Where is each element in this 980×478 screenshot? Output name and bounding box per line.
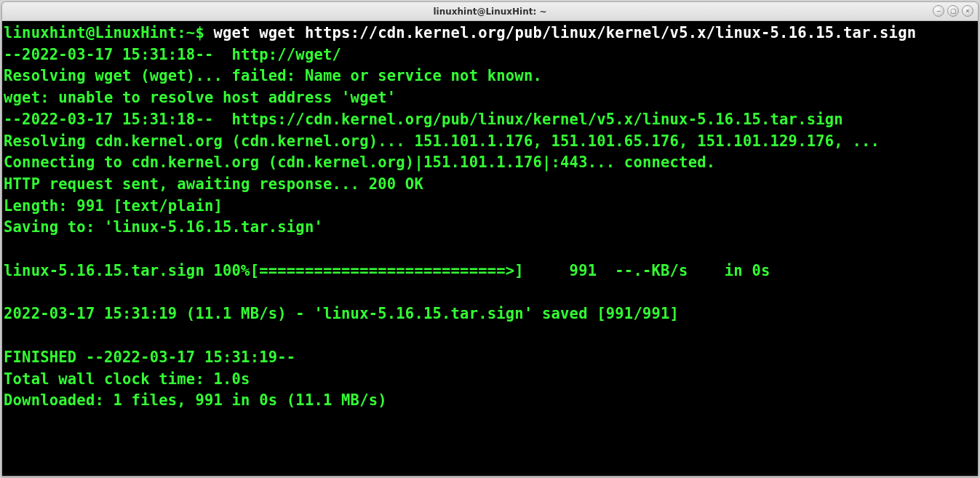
close-icon: × — [965, 8, 969, 15]
minimize-icon: – — [936, 8, 940, 15]
output-line: FINISHED --2022-03-17 15:31:19-- — [4, 348, 295, 366]
command-text: wget wget https://cdn.kernel.org/pub/lin… — [214, 24, 917, 41]
output-line: Saving to: 'linux-5.16.15.tar.sign' — [4, 218, 323, 236]
prompt-sep: : — [177, 24, 186, 41]
titlebar[interactable]: linuxhint@LinuxHint: ~ – ▢ × — [2, 2, 978, 21]
output-line: 2022-03-17 15:31:19 (11.1 MB/s) - 'linux… — [4, 305, 679, 322]
maximize-icon: ▢ — [950, 8, 957, 15]
output-line: linux-5.16.15.tar.sign 100%[============… — [4, 262, 770, 279]
window-title: linuxhint@LinuxHint: ~ — [2, 7, 978, 17]
prompt-symbol: $ — [195, 24, 204, 41]
output-line: Resolving wget (wget)... failed: Name or… — [4, 67, 542, 84]
terminal-window: linuxhint@LinuxHint: ~ – ▢ × linuxhint@L… — [1, 1, 979, 477]
prompt-user-host: linuxhint@LinuxHint — [4, 24, 177, 41]
output-line: Connecting to cdn.kernel.org (cdn.kernel… — [4, 154, 715, 171]
terminal-body[interactable]: linuxhint@LinuxHint:~$ wget wget https:/… — [2, 21, 978, 476]
close-button[interactable]: × — [962, 5, 973, 17]
window-controls: – ▢ × — [933, 5, 973, 17]
output-line: HTTP request sent, awaiting response... … — [4, 175, 423, 193]
maximize-button[interactable]: ▢ — [947, 5, 959, 17]
output-line: --2022-03-17 15:31:18-- http://wget/ — [4, 46, 341, 63]
prompt-path: ~ — [186, 24, 196, 41]
output-line: Downloaded: 1 files, 991 in 0s (11.1 MB/… — [4, 391, 387, 409]
output-line: Total wall clock time: 1.0s — [4, 370, 250, 388]
output-line: Resolving cdn.kernel.org (cdn.kernel.org… — [4, 132, 880, 150]
minimize-button[interactable]: – — [933, 5, 944, 17]
output-line: Length: 991 [text/plain] — [4, 197, 223, 215]
output-line: wget: unable to resolve host address 'wg… — [4, 89, 396, 106]
output-line: --2022-03-17 15:31:18-- https://cdn.kern… — [4, 111, 843, 128]
